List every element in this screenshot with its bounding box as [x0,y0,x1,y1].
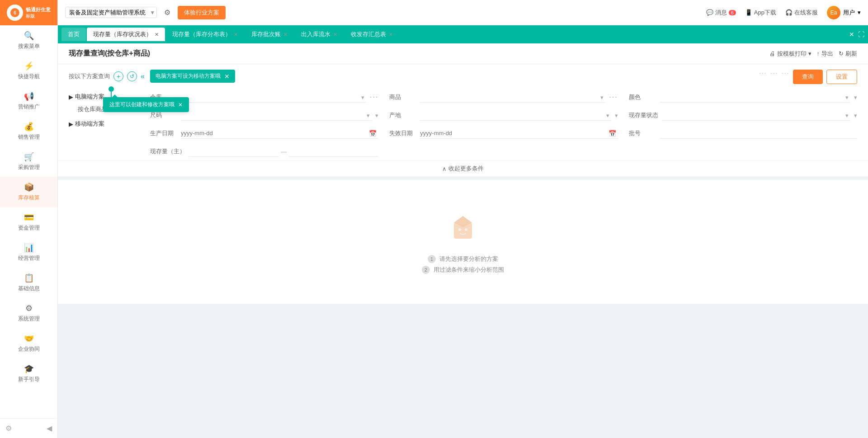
tab-batch-account[interactable]: 库存批次账 ✕ [245,28,294,41]
sidebar-item-purchase[interactable]: 🛒 采购管理 [0,146,57,177]
tab-close-inventory-dist[interactable]: ✕ [234,32,238,38]
empty-step-2: 2 用过滤条件来缩小分析范围 [422,266,504,274]
size-label: 尺码 [150,111,177,119]
filter-produce-date: 生产日期 📅 [150,128,378,139]
sidebar-item-basic[interactable]: 📋 基础信息 [0,268,57,298]
tab-inventory-dist[interactable]: 现存量（库存分布表） ✕ [166,28,244,41]
export-btn[interactable]: ↑ 导出 [817,50,834,58]
sidebar-item-operation[interactable]: 📊 经营管理 [0,237,57,268]
origin-label: 产地 [389,111,416,119]
chevron-down-icon: ▾ [858,9,861,16]
batch-account-tab-label: 库存批次账 [251,30,281,38]
header-gear-icon[interactable]: ⚙ [162,6,172,19]
size-select[interactable] [181,110,372,121]
tab-close-batch-account[interactable]: ✕ [283,32,288,38]
sidebar-item-system[interactable]: ⚙ 系统管理 [0,298,57,328]
tab-close-receive-summary[interactable]: ✕ [389,32,393,38]
system-select[interactable]: 装备及固定资产辅助管理系统 [65,7,157,18]
color-dropdown-icon: ▾ [854,94,857,101]
stock-status-dropdown-icon: ▾ [854,112,857,119]
sidebar-item-enterprise[interactable]: 🤝 企业协同 [0,328,57,358]
system-icon: ⚙ [25,303,33,313]
refresh-btn[interactable]: ↻ 刷新 [839,50,857,58]
batch-no-input[interactable] [660,128,857,139]
filter-stock-main-range: — [189,146,378,157]
add-scheme-btn[interactable]: + [113,71,123,81]
online-service-btn[interactable]: 🎧 在线客服 [785,9,818,17]
tab-inout-flow[interactable]: 出入库流水 ✕ [295,28,344,41]
inventory-dist-tab-label: 现存量（库存分布表） [172,30,231,38]
color-select-wrap [660,92,850,103]
enterprise-icon: 🤝 [24,334,34,344]
origin-dropdown-icon: ▾ [615,112,618,119]
system-selector[interactable]: 装备及固定资产辅助管理系统 ▾ [65,7,157,18]
stock-status-select[interactable] [662,110,850,121]
goods-dots[interactable]: ··· [770,70,778,84]
sidebar-item-label: 基础信息 [18,285,40,292]
color-dots[interactable]: ··· [782,70,789,84]
sidebar-item-finance[interactable]: 💳 资金管理 [0,207,57,237]
origin-select[interactable] [420,110,611,121]
user-avatar[interactable]: Ea 用户 ▾ [827,6,861,19]
print-btn[interactable]: 🖨 按模板打印 ▾ [769,50,811,58]
scheme-area: ▶ 电脑端方案 按仓库商品 ▶ 移动端方案 这里可以创建和修改方案哦 [58,88,868,160]
collapse-btn[interactable]: ∧ 收起更多条件 [442,165,484,173]
sidebar-item-label: 搜索菜单 [18,42,40,50]
warehouse-select[interactable] [181,92,366,103]
settings-icon[interactable]: ⚙ [5,424,12,433]
stock-main-min-input[interactable] [189,146,279,157]
sidebar-item-label: 企业协同 [18,345,40,353]
reset-scheme-btn[interactable]: ↺ [127,71,137,81]
settings-btn[interactable]: 设置 [826,70,857,84]
inventory-icon: 📦 [24,182,34,192]
expand-icon[interactable]: ⛶ [858,31,864,38]
mobile-scheme-header[interactable]: ▶ 移动端方案 [69,117,128,131]
produce-date-wrap: 📅 [181,128,378,139]
sales-icon: 💰 [24,122,34,132]
app-download-btn[interactable]: 📱 App下载 [745,9,776,17]
expire-date-calendar-icon[interactable]: 📅 [609,130,616,137]
tab-receive-summary[interactable]: 收发存汇总表 ✕ [344,28,399,41]
tab-close-inout-flow[interactable]: ✕ [333,32,337,38]
expand-pc-icon: ▶ [69,94,73,100]
stock-main-max-input[interactable] [288,146,378,157]
search-btn[interactable]: 查询 [793,70,823,84]
warehouse-dots[interactable]: ··· [759,70,767,84]
sidebar-item-label: 库存核算 [18,194,40,202]
sidebar-item-sales[interactable]: 💰 销售管理 [0,116,57,146]
tab-home[interactable]: 首页 [61,28,86,41]
step1-num: 1 [428,255,436,263]
color-select[interactable] [660,92,850,103]
color-label: 颜色 [629,93,656,101]
tab-actions: ✕ ⛶ [849,31,864,38]
industry-btn[interactable]: 体验行业方案 [178,6,226,19]
message-btn[interactable]: 💬 消息 6 [706,9,736,17]
sidebar-item-label: 销售管理 [18,133,40,141]
close-all-tabs-icon[interactable]: ✕ [849,31,854,38]
origin-select-wrap [420,110,611,121]
sidebar-item-guide[interactable]: 🎓 新手引导 [0,358,57,389]
operation-icon: 📊 [24,243,34,253]
create-tooltip-close[interactable]: ✕ [178,102,183,108]
sidebar-item-search[interactable]: 🔍 搜索菜单 [0,25,57,56]
message-icon: 💬 [706,9,713,16]
produce-date-input[interactable] [181,128,378,139]
expire-date-input[interactable] [420,128,618,139]
scheme-tooltip-close[interactable]: ✕ [224,73,230,80]
scheme-arrow-btn[interactable]: « [141,72,145,80]
goods-more-icon[interactable]: ··· [609,93,618,101]
sidebar-bottom: ⚙ ◀ [0,418,57,438]
tab-inventory-status[interactable]: 现存量（库存状况表） ✕ [87,28,165,41]
warehouse-more-icon[interactable]: ··· [370,93,378,101]
collapse-bar: ∧ 收起更多条件 [58,160,868,176]
tab-close-inventory-status[interactable]: ✕ [155,32,159,38]
basic-icon: 📋 [24,273,34,283]
collapse-sidebar-icon[interactable]: ◀ [47,424,52,433]
sidebar-item-inventory[interactable]: 📦 库存核算 [0,177,57,207]
sidebar-item-quicknav[interactable]: ⚡ 快捷导航 [0,56,57,86]
produce-date-calendar-icon[interactable]: 📅 [369,130,377,137]
filter-expire-date: 失效日期 📅 [389,128,618,139]
sidebar-item-marketing[interactable]: 📢 营销推广 [0,86,57,116]
goods-select[interactable] [420,92,605,103]
main-area: 装备及固定资产辅助管理系统 ▾ ⚙ 体验行业方案 💬 消息 6 📱 App下载 … [58,0,868,438]
